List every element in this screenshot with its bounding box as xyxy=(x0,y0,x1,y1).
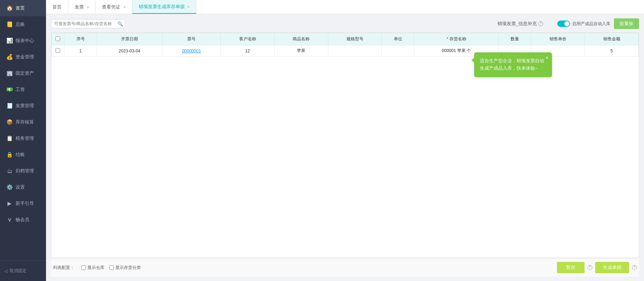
sidebar-item-label: 固定资产 xyxy=(16,70,34,76)
sidebar-item-home[interactable]: 🏠 首页 xyxy=(0,0,46,16)
sidebar-item-tax[interactable]: 📋 税务管理 xyxy=(0,130,46,147)
cell-date: 2023-03-04 xyxy=(97,45,162,57)
tab-stock-bill[interactable]: 销项发票生成库存单据 × xyxy=(132,0,196,14)
pin-button[interactable]: ◁ 取消固定 xyxy=(0,264,46,277)
bottom-bar: 列表配置： 显示仓库 显示存货分类 暂存 ? 生成单据 ? xyxy=(51,258,639,277)
sidebar-item-settlement[interactable]: 🔒 结账 xyxy=(0,147,46,163)
col-header-checkbox xyxy=(52,33,64,45)
search-input[interactable] xyxy=(51,19,125,28)
cell-unit xyxy=(382,45,414,57)
col-header-spec: 规格型号 xyxy=(328,33,382,45)
settlement-icon: 🔒 xyxy=(6,151,13,158)
auto-stock-toggle[interactable] xyxy=(557,21,570,27)
tab-home[interactable]: 首页 xyxy=(46,0,68,14)
search-icon[interactable]: 🔍 xyxy=(117,21,123,27)
list-config-label: 列表配置： xyxy=(53,265,74,271)
tab-home-label: 首页 xyxy=(52,4,62,10)
sidebar-item-settings[interactable]: ⚙️ 设置 xyxy=(0,179,46,195)
col-header-goods: 商品名称 xyxy=(274,33,328,45)
warehouse-checkbox-label[interactable]: 显示仓库 xyxy=(81,265,104,271)
sidebar-item-vip[interactable]: V 畅会员 xyxy=(0,212,46,228)
tooltip-bubble: × 适合生产型企业，销项发票自动生成产成品入库，快来体验~ xyxy=(474,52,552,77)
tax-icon: 📋 xyxy=(6,135,13,142)
cell-goods: 苹果 xyxy=(274,45,328,57)
sidebar-item-archive[interactable]: 🗂 归档管理 xyxy=(0,163,46,179)
fixed-icon: 🏢 xyxy=(6,70,13,76)
sidebar-item-label: 发票管理 xyxy=(16,103,34,109)
warehouse-checkbox[interactable] xyxy=(81,265,86,270)
sidebar-item-label: 税务管理 xyxy=(16,135,34,142)
batch-button[interactable]: 批量操 xyxy=(614,18,639,29)
sidebar-item-label: 畅会员 xyxy=(16,217,29,223)
sidebar-item-label: 库存核算 xyxy=(16,119,34,125)
row-checkbox-cell xyxy=(52,45,64,57)
guide-icon: ▶ xyxy=(6,200,13,207)
save-button[interactable]: 暂存 xyxy=(557,262,585,273)
main-area: 首页 发票 × 查看凭证 × 销项发票生成库存单据 × 🔍 销项发票_信息补充 … xyxy=(46,0,644,281)
payroll-icon: 💵 xyxy=(6,86,13,93)
sidebar-item-payroll[interactable]: 💵 工资 xyxy=(0,81,46,98)
sidebar-item-invoice[interactable]: 🧾 发票管理 xyxy=(0,98,46,114)
category-checkbox[interactable] xyxy=(109,265,114,270)
sidebar-item-fixed[interactable]: 🏢 固定资产 xyxy=(0,65,46,81)
info-label-wrapper: 销项发票_信息补充 ? xyxy=(498,21,543,27)
sidebar-item-reports[interactable]: 📊 报表中心 xyxy=(0,33,46,49)
vip-icon: V xyxy=(6,217,13,223)
pin-icon: ◁ xyxy=(4,269,7,274)
sidebar-item-label: 结账 xyxy=(16,151,25,158)
sidebar-item-label: 资金管理 xyxy=(16,54,34,60)
sidebar-item-label: 设置 xyxy=(16,184,25,190)
tab-voucher[interactable]: 查看凭证 × xyxy=(96,0,132,14)
category-checkbox-label[interactable]: 显示存货分类 xyxy=(109,265,141,271)
tab-invoice-close[interactable]: × xyxy=(87,5,89,9)
sidebar-item-label: 首页 xyxy=(16,5,25,11)
sidebar-item-label: 总账 xyxy=(16,21,25,28)
col-header-unit-price: 销售单价 xyxy=(531,33,585,45)
generate-button[interactable]: 生成单据 xyxy=(595,262,629,273)
invoice-number-link[interactable]: 00000001 xyxy=(182,48,201,53)
cell-amount: 5 xyxy=(585,45,639,57)
info-icon[interactable]: ? xyxy=(538,21,543,26)
col-header-seq: 序号 xyxy=(64,33,97,45)
select-all-checkbox[interactable] xyxy=(56,36,60,41)
tab-stock-bill-label: 销项发票生成库存单据 xyxy=(139,4,185,10)
generate-info-icon[interactable]: ? xyxy=(632,265,637,270)
funds-icon: 💰 xyxy=(6,54,13,60)
toolbar: 🔍 销项发票_信息补充 ? 启用产成品自动入库 批量操 xyxy=(51,18,639,29)
sidebar-item-ledger[interactable]: 📒 总账 xyxy=(0,16,46,33)
tab-voucher-close[interactable]: × xyxy=(123,5,125,9)
sidebar-item-label: 工资 xyxy=(16,86,25,93)
save-info-icon[interactable]: ? xyxy=(587,265,592,270)
cell-customer: 12 xyxy=(221,45,275,57)
info-label-text: 销项发票_信息补充 xyxy=(498,21,537,27)
bottom-actions: 暂存 ? 生成单据 ? xyxy=(557,262,637,273)
pin-label: 取消固定 xyxy=(10,268,27,274)
col-header-stock: * 存货名称 xyxy=(414,33,499,45)
col-header-quantity: 数量 xyxy=(499,33,531,45)
sidebar-item-funds[interactable]: 💰 资金管理 xyxy=(0,49,46,65)
col-header-date: 开票日期 xyxy=(97,33,162,45)
cell-seq: 1 xyxy=(64,45,97,57)
col-header-customer: 客户名称 xyxy=(221,33,275,45)
invoice-icon: 🧾 xyxy=(6,103,13,109)
archive-icon: 🗂 xyxy=(6,168,13,174)
page-content: 🔍 销项发票_信息补充 ? 启用产成品自动入库 批量操 序 xyxy=(46,14,644,281)
sidebar-item-label: 新手引导 xyxy=(16,200,34,207)
tab-stock-bill-close[interactable]: × xyxy=(188,5,190,9)
tab-invoice[interactable]: 发票 × xyxy=(68,0,96,14)
toggle-label: 启用产成品自动入库 xyxy=(572,21,610,27)
sidebar-item-inventory[interactable]: 📦 库存核算 xyxy=(0,114,46,130)
warehouse-label-text: 显示仓库 xyxy=(87,265,104,271)
settings-icon: ⚙️ xyxy=(6,184,13,190)
ledger-icon: 📒 xyxy=(6,21,13,28)
cell-number[interactable]: 00000001 xyxy=(162,45,221,57)
sidebar-item-label: 归档管理 xyxy=(16,168,34,174)
col-header-number: 票号 xyxy=(162,33,221,45)
tab-bar: 首页 发票 × 查看凭证 × 销项发票生成库存单据 × xyxy=(46,0,644,14)
col-header-amount: 销售金额 xyxy=(585,33,639,45)
row-checkbox[interactable] xyxy=(56,48,60,53)
cell-spec xyxy=(328,45,382,57)
sidebar-item-guide[interactable]: ▶ 新手引导 xyxy=(0,195,46,212)
tooltip-text: 适合生产型企业，销项发票自动生成产成品入库，快来体验~ xyxy=(480,58,544,71)
tooltip-close-button[interactable]: × xyxy=(546,55,548,60)
